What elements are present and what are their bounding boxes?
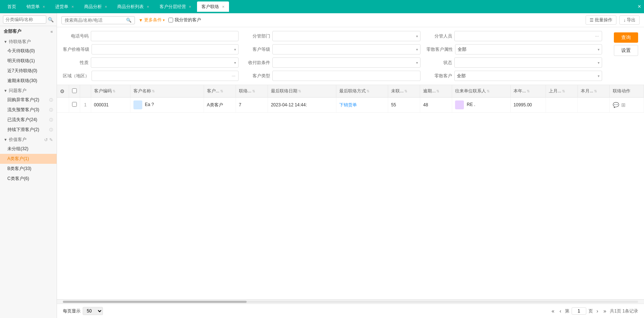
sidebar-item-lost[interactable]: 已流失客户(24) ⓘ [0, 115, 57, 125]
footer-per-page: 每页显示 50 100 200 [63, 307, 103, 315]
col-this-month-label: 本月... [581, 88, 593, 94]
customer-type-input[interactable] [272, 71, 420, 81]
goods-analysis-tab-close[interactable]: × [105, 4, 107, 9]
col-no-contact-sort[interactable]: ⇅ [404, 89, 407, 93]
customer-type-text-input[interactable] [276, 73, 417, 78]
col-last-method-sort[interactable]: ⇅ [366, 89, 369, 93]
prev-page-btn[interactable]: ‹ [558, 307, 563, 315]
page-input[interactable] [572, 307, 586, 315]
phone-text-input[interactable] [94, 33, 235, 39]
price-grade-select[interactable]: ▾ [92, 44, 239, 54]
export-button[interactable]: ↓ 导出 [619, 15, 640, 25]
filter-price-grade-row: 客户价格等级 ▾ [63, 44, 239, 54]
row-last-method[interactable]: 下销货单 [339, 102, 357, 107]
payment-select[interactable]: ▾ [272, 57, 420, 68]
purchase-tab-close[interactable]: × [71, 4, 74, 9]
sidebar-item-ungrouped[interactable]: 未分组(32) [0, 144, 57, 154]
col-unit-contact-sort[interactable]: ⇅ [487, 89, 490, 93]
nav-tab-purchase[interactable]: 进货单 × [51, 1, 78, 12]
filter-search-icon[interactable]: 🔍 [126, 18, 132, 23]
nav-tab-goods-analysis-list[interactable]: 商品分析列表 × [113, 1, 153, 12]
scatter-customer-select[interactable]: 全部 ▾ [454, 71, 602, 81]
scrollbar-thumb[interactable] [63, 301, 247, 303]
col-settings: ⚙ [57, 85, 69, 98]
col-contact-sort[interactable]: ⇅ [252, 89, 255, 93]
my-customers-checkbox[interactable] [168, 18, 173, 22]
manager-dots[interactable]: ··· [595, 33, 599, 39]
col-last-month-sort[interactable]: ⇅ [562, 89, 565, 93]
sidebar-problem-group[interactable]: ▼ 问题客户 [0, 86, 57, 95]
price-grade-label: 客户价格等级 [63, 46, 89, 53]
col-overdue-sort[interactable]: ⇅ [436, 89, 439, 93]
customer-grade-label: 客户等级 [244, 46, 270, 53]
col-code-sort[interactable]: ⇅ [112, 89, 115, 93]
row-num: 1 [84, 102, 87, 107]
col-this-month-sort[interactable]: ⇅ [594, 89, 597, 93]
scatter-attr-label: 零散客户属性 [426, 46, 453, 53]
nav-tab-goods-analysis[interactable]: 商品分析 × [80, 1, 111, 12]
goods-analysis-list-tab-close[interactable]: × [147, 4, 149, 9]
sidebar-search-input[interactable] [3, 15, 46, 24]
customer-segment-tab-close[interactable]: × [189, 4, 191, 9]
sidebar-item-today[interactable]: 今天待联络(0) [0, 46, 57, 56]
close-all-button[interactable]: × [638, 3, 641, 10]
sidebar-search-icon[interactable]: 🔍 [48, 17, 54, 22]
filter-search-input[interactable] [65, 18, 125, 23]
row-checkbox[interactable] [72, 102, 77, 107]
per-page-select[interactable]: 50 100 200 [83, 307, 103, 315]
sidebar-item-overdue[interactable]: 逾期未联络(30) [0, 76, 57, 86]
filter-more-caret: ▾ [163, 18, 165, 22]
row-last-month-cell [545, 98, 577, 113]
nature-select[interactable]: ▾ [91, 57, 239, 68]
nav-tab-customer-segment[interactable]: 客户分层经营 × [155, 1, 196, 12]
filter-more-button[interactable]: ▼ 更多条件 ▾ [139, 17, 165, 23]
nav-tab-sales[interactable]: 销货单 × [22, 1, 49, 12]
select-all-checkbox[interactable] [72, 88, 77, 93]
sales-tab-close[interactable]: × [43, 4, 45, 9]
sidebar-item-tomorrow[interactable]: 明天待联络(1) [0, 56, 57, 66]
customer-contact-tab-close[interactable]: × [222, 4, 224, 9]
lostwarning-info-icon: ⓘ [49, 107, 53, 113]
dept-select[interactable]: ▾ [272, 31, 420, 41]
sidebar-pending-group[interactable]: ▼ 待联络客户 [0, 37, 57, 46]
col-category-sort[interactable]: ⇅ [220, 89, 223, 93]
region-dots[interactable]: ··· [232, 73, 235, 78]
col-overdue-label: 逾期... [423, 88, 436, 94]
setting-button[interactable]: 设置 [614, 45, 638, 56]
query-button[interactable]: 查询 [614, 32, 638, 43]
last-page-btn[interactable]: » [602, 307, 608, 315]
scatter-customer-label: 零散客户 [426, 73, 452, 79]
status-select[interactable]: ▾ [454, 57, 602, 68]
sidebar-item-b-class[interactable]: B类客户(33) [0, 164, 57, 174]
value-refresh-icon[interactable]: ↺ [44, 137, 48, 142]
first-page-btn[interactable]: « [550, 307, 556, 315]
phone-input[interactable] [91, 31, 239, 41]
nav-tab-home[interactable]: 首页 [3, 1, 21, 12]
region-input[interactable]: ··· [92, 71, 239, 81]
sidebar-item-repurchase[interactable]: 回购异常客户(2) ⓘ [0, 95, 57, 105]
col-last-date-sort[interactable]: ⇅ [298, 89, 301, 93]
grid-settings-icon[interactable]: ⚙ [60, 88, 65, 94]
next-page-btn[interactable]: › [595, 307, 600, 315]
customer-grade-select[interactable]: ▾ [272, 44, 420, 54]
col-name-sort[interactable]: ⇅ [152, 89, 155, 93]
row-num-cell: 1 [80, 98, 91, 113]
scatter-attr-select[interactable]: 全部 ▾ [455, 44, 602, 54]
col-this-year-sort[interactable]: ⇅ [527, 89, 530, 93]
value-edit-icon[interactable]: ✎ [49, 137, 53, 142]
col-rownum [80, 85, 91, 98]
goods-analysis-tab-label: 商品分析 [84, 4, 102, 10]
sidebar-item-declining[interactable]: 持续下滑客户(2) ⓘ [0, 125, 57, 135]
sidebar-value-group[interactable]: ▼ 价值客户 ↺ ✎ [0, 135, 57, 144]
batch-op-button[interactable]: ☰ 批量操作 [586, 15, 616, 25]
sidebar: 🔍 全部客户 « ▼ 待联络客户 今天待联络(0) 明天待联络(1) 近7天待联… [0, 13, 57, 318]
chat-icon[interactable]: 💬 [613, 102, 619, 108]
nav-tab-customer-contact[interactable]: 客户联络 × [197, 1, 229, 12]
sidebar-item-lostwarning[interactable]: 流失预警客户(3) ⓘ [0, 105, 57, 115]
sidebar-item-c-class[interactable]: C类客户(6) [0, 174, 57, 184]
manager-input[interactable]: ··· [454, 31, 602, 41]
qr-icon[interactable]: ⊞ [621, 102, 626, 108]
sidebar-all-customers[interactable]: 全部客户 « [0, 26, 57, 37]
sidebar-item-7days[interactable]: 近7天待联络(0) [0, 66, 57, 76]
sidebar-item-a-class[interactable]: A类客户(1) [0, 154, 57, 164]
